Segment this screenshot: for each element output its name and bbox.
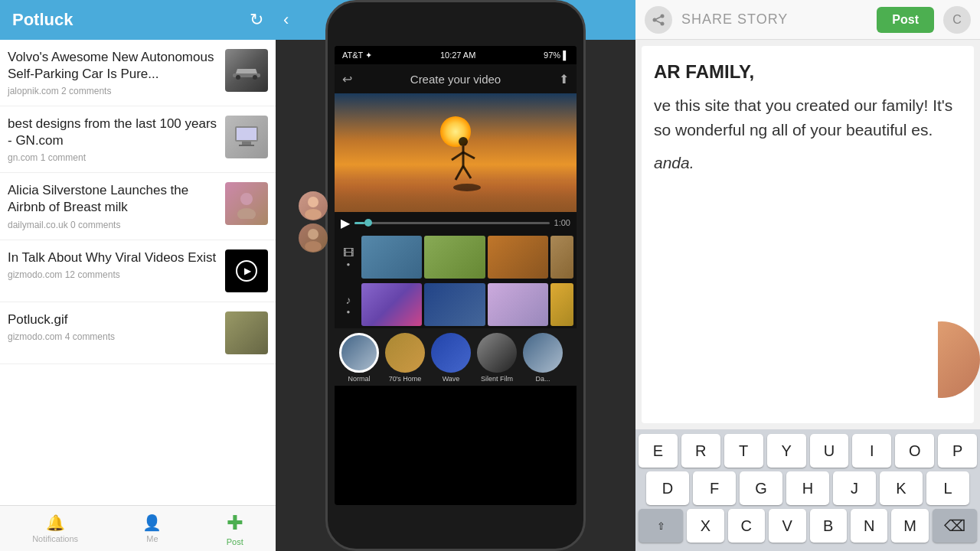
phone-app-bar: ↩ Create your video ⬆: [335, 64, 577, 93]
nav-me[interactable]: 👤 Me: [142, 514, 162, 543]
filter-label-dc: Da...: [535, 375, 550, 383]
filter-thumb-70s: [385, 333, 425, 373]
svg-line-23: [655, 16, 662, 20]
feed-thumb-4: ▶: [225, 249, 268, 292]
phone-thumbs-row: 🎞 ●: [335, 233, 577, 281]
feed-item-2[interactable]: best designs from the last 100 years - G…: [0, 106, 276, 173]
filter-70s[interactable]: 70's Home: [385, 333, 425, 383]
phone-video: [335, 93, 577, 212]
person-image: [225, 182, 268, 225]
timeline-dot: [364, 219, 372, 227]
key-i[interactable]: I: [852, 434, 891, 468]
feed-thumb-3: [225, 182, 268, 225]
left-panel: Potluck ↻ Volvo's Awesome New Autonomous…: [0, 0, 276, 551]
right-header: SHARE STORY Post C: [635, 0, 980, 40]
key-m[interactable]: M: [891, 509, 928, 543]
music-thumb-4[interactable]: [550, 283, 573, 326]
nav-post[interactable]: ✚ Post: [227, 511, 243, 546]
key-e[interactable]: E: [639, 434, 678, 468]
key-t[interactable]: T: [724, 434, 763, 468]
story-salutation: AR FAMILY,: [654, 58, 962, 86]
feed-item-text: Potluck.gif gizmodo.com 4 comments: [8, 311, 217, 342]
svg-line-15: [452, 152, 463, 160]
cancel-button[interactable]: C: [943, 6, 971, 34]
filter-wave[interactable]: Wave: [431, 333, 471, 383]
feed-item-3[interactable]: Alicia Silverstone Launches the Airbnb o…: [0, 173, 276, 240]
filter-label-wave: Wave: [443, 375, 460, 383]
timeline-bar[interactable]: [354, 222, 550, 224]
post-button[interactable]: Post: [877, 7, 934, 33]
svg-rect-6: [239, 145, 254, 146]
svg-rect-5: [242, 142, 251, 145]
feed-item-5[interactable]: Potluck.gif gizmodo.com 4 comments: [0, 302, 276, 364]
video-thumb-2[interactable]: [424, 236, 485, 279]
svg-point-11: [308, 229, 318, 240]
filter-dc[interactable]: Da...: [523, 333, 563, 383]
phone-screen: AT&T ✦ 10:27 AM 97% ▌ ↩ Create your vide…: [335, 46, 577, 505]
keyboard-row-1: E R T Y U I O P: [639, 434, 977, 468]
key-c[interactable]: C: [728, 509, 765, 543]
feed-thumb-2: [225, 116, 268, 158]
feed-thumb-1: [225, 49, 268, 92]
play-button[interactable]: ▶: [341, 216, 350, 230]
key-b[interactable]: B: [810, 509, 847, 543]
key-y[interactable]: Y: [767, 434, 806, 468]
filter-label-70s: 70's Home: [389, 375, 422, 383]
filter-silent[interactable]: Silent Film: [477, 333, 517, 383]
key-k[interactable]: K: [880, 471, 923, 505]
phone-mockup: AT&T ✦ 10:27 AM 97% ▌ ↩ Create your vide…: [325, 0, 586, 551]
svg-point-1: [236, 75, 240, 80]
shift-key[interactable]: ⇧: [639, 509, 683, 543]
feed-item-4[interactable]: In Talk About Why Viral Videos Exist giz…: [0, 240, 276, 302]
feed-item-meta: jalopnik.com 2 comments: [8, 86, 217, 96]
filter-normal[interactable]: Normal: [339, 333, 379, 383]
timeline-progress: [354, 222, 364, 224]
svg-point-13: [459, 137, 468, 146]
filter-thumb-normal: [339, 333, 379, 373]
key-u[interactable]: U: [810, 434, 849, 468]
key-p[interactable]: P: [938, 434, 977, 468]
feed-item-1[interactable]: Volvo's Awesome New Autonomous Self-Park…: [0, 40, 276, 106]
nav-me-label: Me: [146, 534, 158, 543]
key-x[interactable]: X: [687, 509, 724, 543]
key-d[interactable]: D: [646, 471, 689, 505]
car-image: [225, 49, 268, 92]
key-v[interactable]: V: [769, 509, 805, 543]
feed-item-title: Volvo's Awesome New Autonomous Self-Park…: [8, 49, 217, 83]
feed-item-text: best designs from the last 100 years - G…: [8, 116, 217, 163]
key-l[interactable]: L: [926, 471, 969, 505]
key-f[interactable]: F: [693, 471, 736, 505]
key-r[interactable]: R: [681, 434, 720, 468]
music-thumb-2[interactable]: [424, 283, 485, 326]
filter-label-silent: Silent Film: [481, 375, 513, 383]
side-avatars: [299, 191, 328, 253]
backspace-key[interactable]: ⌫: [933, 509, 977, 543]
play-circle: ▶: [236, 260, 257, 282]
svg-point-2: [253, 75, 257, 80]
undo-icon[interactable]: ↩: [342, 72, 352, 86]
share-icon[interactable]: ⬆: [559, 72, 569, 86]
person-icon: 👤: [142, 514, 162, 532]
keyboard-row-2: D F G H J K L: [639, 471, 977, 505]
feed-list: Volvo's Awesome New Autonomous Self-Park…: [0, 40, 276, 505]
timeline-end: 1:00: [554, 218, 570, 227]
video-thumb-1[interactable]: [361, 236, 422, 279]
key-o[interactable]: O: [895, 434, 934, 468]
back-button[interactable]: ‹: [283, 10, 289, 30]
video-thumb-3[interactable]: [488, 236, 548, 279]
music-thumb-3[interactable]: [488, 283, 548, 326]
key-j[interactable]: J: [833, 471, 876, 505]
music-thumb-1[interactable]: [361, 283, 422, 326]
computer-image: [225, 116, 268, 158]
refresh-icon[interactable]: ↻: [250, 10, 263, 30]
key-h[interactable]: H: [786, 471, 829, 505]
nav-notifications[interactable]: 🔔 Notifications: [32, 514, 78, 543]
story-content[interactable]: AR FAMILY, ve this site that you created…: [642, 46, 974, 423]
right-panel: SHARE STORY Post C AR FAMILY, ve this si…: [635, 0, 980, 551]
feed-item-meta: gizmodo.com 4 comments: [8, 331, 217, 342]
plus-icon: ✚: [227, 511, 243, 535]
key-g[interactable]: G: [740, 471, 782, 505]
video-thumb-4[interactable]: [550, 236, 573, 279]
filter-thumb-silent: [477, 333, 517, 373]
key-n[interactable]: N: [851, 509, 887, 543]
